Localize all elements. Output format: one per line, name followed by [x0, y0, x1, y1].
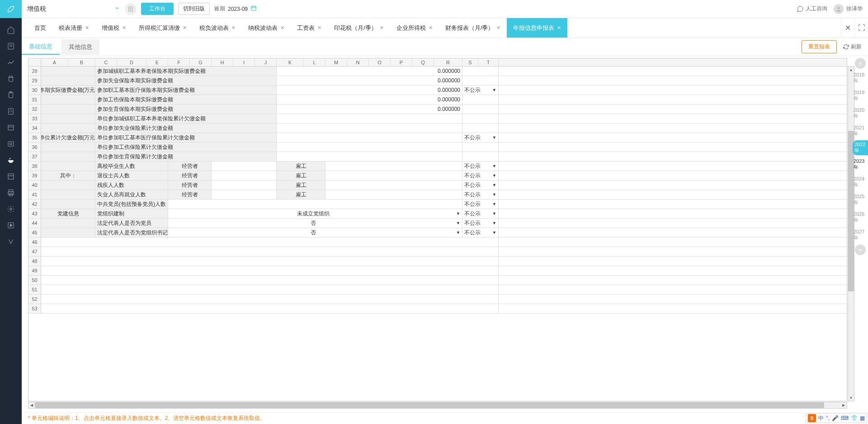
tab-2[interactable]: 增值税✕	[95, 18, 132, 38]
select-cell[interactable]: 否▼	[168, 219, 462, 228]
display-select[interactable]: 不公示▼	[462, 181, 499, 190]
col-header-G[interactable]: G	[190, 58, 212, 66]
row-number[interactable]: 44	[28, 219, 41, 228]
col-header-T[interactable]: T	[478, 58, 499, 66]
nav-settings-icon[interactable]	[0, 201, 22, 217]
empty-cell[interactable]	[41, 295, 499, 304]
ime-skin-icon[interactable]: 👕	[851, 415, 858, 421]
nav-bowl-icon[interactable]	[0, 152, 22, 168]
row-number[interactable]: 41	[28, 190, 41, 199]
year-item[interactable]: 2020年	[853, 105, 868, 122]
row-number[interactable]: 51	[28, 285, 41, 294]
input-cell[interactable]	[326, 190, 462, 199]
tab-8[interactable]: 企业所得税✕	[390, 18, 439, 38]
select-cell[interactable]: 否▼	[168, 228, 462, 237]
tab-close-icon[interactable]: ✕	[122, 25, 126, 31]
ime-keyboard-icon[interactable]: ⌨	[841, 415, 849, 421]
col-header-D[interactable]: D	[117, 58, 146, 66]
ime-lang-icon[interactable]: 中	[818, 414, 824, 422]
nav-clipboard-icon[interactable]	[0, 87, 22, 103]
subtab-basic-info[interactable]: 基础信息	[22, 39, 60, 55]
sheet-body[interactable]: 28参加城镇职工基本养老保险本期实际缴费金额0.00000029参加失业保险本期…	[28, 67, 847, 401]
empty-cell[interactable]	[41, 276, 499, 285]
col-header-S[interactable]: S	[462, 58, 478, 66]
value-cell[interactable]: 0.000000	[277, 76, 462, 85]
year-next-icon[interactable]: ∨	[855, 244, 866, 255]
horizontal-scrollbar[interactable]: ◀ ▶	[28, 402, 847, 409]
empty-cell[interactable]	[41, 247, 499, 256]
col-header-O[interactable]: O	[369, 58, 391, 66]
nav-safe-icon[interactable]	[0, 136, 22, 152]
row-number[interactable]: 34	[28, 124, 41, 133]
year-item[interactable]: 2024年	[853, 174, 868, 191]
row-number[interactable]: 48	[28, 257, 41, 266]
scroll-down-icon[interactable]: ▼	[848, 395, 854, 401]
row-number[interactable]: 30	[28, 86, 41, 95]
col-header-F[interactable]: F	[168, 58, 190, 66]
input-cell[interactable]	[212, 162, 277, 171]
tab-close-icon[interactable]: ✕	[557, 25, 561, 31]
row-number[interactable]: 31	[28, 95, 41, 104]
row-number[interactable]: 50	[28, 276, 41, 285]
tab-close-icon[interactable]: ✕	[183, 25, 187, 31]
input-cell[interactable]	[326, 171, 462, 180]
row-number[interactable]: 28	[28, 67, 41, 76]
col-header-B[interactable]: B	[68, 58, 95, 66]
year-item[interactable]: 2019年	[853, 87, 868, 104]
col-header-K[interactable]: K	[277, 58, 304, 66]
input-cell[interactable]	[212, 171, 277, 180]
tab-close-icon[interactable]: ✕	[280, 25, 284, 31]
help-link[interactable]: 人工咨询	[797, 5, 827, 13]
display-select[interactable]: 不公示▼	[462, 200, 499, 209]
nav-template-icon[interactable]	[0, 119, 22, 136]
nav-home-icon[interactable]	[0, 22, 22, 38]
tab-close-icon[interactable]: ✕	[380, 25, 384, 31]
nav-calc-icon[interactable]	[0, 103, 22, 119]
empty-cell[interactable]	[41, 285, 499, 294]
row-number[interactable]: 42	[28, 200, 41, 209]
input-cell[interactable]	[326, 162, 462, 171]
row-number[interactable]: 40	[28, 181, 41, 190]
period-value[interactable]: 2023-09	[228, 6, 248, 12]
row-number[interactable]: 35	[28, 133, 41, 142]
display-select[interactable]: 不公示▼	[462, 209, 499, 218]
tab-close-icon[interactable]: ✕	[231, 25, 236, 31]
close-tab-icon[interactable]: ✕	[841, 18, 854, 38]
row-number[interactable]: 37	[28, 152, 41, 161]
calendar-icon[interactable]	[250, 5, 257, 13]
year-item[interactable]: 2021年	[853, 123, 868, 139]
nav-chart-icon[interactable]	[0, 54, 22, 71]
row-number[interactable]: 45	[28, 228, 41, 237]
row-number[interactable]: 39	[28, 171, 41, 180]
col-header-I[interactable]: I	[233, 58, 255, 66]
col-header-M[interactable]: M	[326, 58, 347, 66]
ime-mic-icon[interactable]: 🎤	[832, 415, 839, 421]
nav-print-icon[interactable]	[0, 185, 22, 201]
display-select[interactable]	[462, 105, 499, 114]
tab-7[interactable]: 印花税（月/季）✕	[328, 18, 390, 38]
tab-close-icon[interactable]: ✕	[317, 25, 321, 31]
hscroll-thumb[interactable]	[35, 402, 824, 408]
value-cell[interactable]: 0.000000	[277, 86, 462, 95]
subtab-other-info[interactable]: 其他信息	[61, 39, 99, 55]
year-item[interactable]: 2025年	[853, 191, 868, 208]
col-header-A[interactable]: A	[41, 58, 68, 66]
row-number[interactable]: 49	[28, 266, 41, 275]
nav-money-icon[interactable]	[0, 71, 22, 87]
display-select[interactable]: 不公示▼	[462, 171, 499, 180]
refresh-button[interactable]: 刷新	[843, 43, 862, 51]
tab-close-icon[interactable]: ✕	[496, 25, 500, 31]
tab-1[interactable]: 税表清册✕	[52, 18, 95, 38]
ime-grid-icon[interactable]: ▦	[860, 415, 865, 421]
tab-close-icon[interactable]: ✕	[85, 25, 89, 31]
ime-punct-icon[interactable]: °,	[826, 415, 830, 421]
display-select[interactable]	[462, 95, 499, 104]
module-chevron-icon[interactable]	[114, 5, 120, 13]
year-item[interactable]: 2022年	[853, 140, 868, 155]
value-cell[interactable]: 0.000000	[277, 67, 462, 76]
nav-archive-icon[interactable]	[0, 168, 22, 185]
nav-ledger-icon[interactable]	[0, 38, 22, 54]
select-cell[interactable]: 未成立党组织▼	[168, 209, 462, 218]
value-cell[interactable]: 0.000000	[277, 105, 462, 114]
col-header-L[interactable]: L	[304, 58, 326, 66]
